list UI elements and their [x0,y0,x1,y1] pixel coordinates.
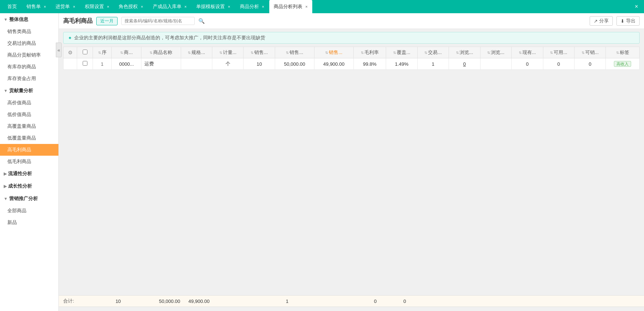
sidebar-item-traded-goods[interactable]: 交易过的商品 [0,37,58,49]
col-trade-count[interactable]: ⇅交易... [417,47,449,58]
col-checkbox[interactable] [77,47,93,58]
cell-tag: 高收入 [606,58,640,70]
search-button[interactable]: 🔍 [198,18,205,24]
sidebar-group-contribution[interactable]: ▼ 贡献量分析 [0,84,58,97]
sidebar-item-low-margin[interactable]: 低毛利商品 [0,156,58,167]
cell-sales-amount: 50,000.00 [275,58,314,70]
footer-values: 10 50,000.00 49,900.00 1 0 0 [82,299,420,304]
export-icon: ⬇ [620,18,625,24]
top-navigation: 首页 销售单 × 进货单 × 权限设置 × 角色授权 × 产成品入库单 × 单据… [0,0,644,13]
cell-name: 运费 [141,58,181,70]
close-icon[interactable]: × [305,4,307,9]
sidebar-item-sales-goods[interactable]: 销售类商品 [0,26,58,37]
col-unit[interactable]: ⇅计量... [212,47,244,58]
select-all-checkbox[interactable] [83,50,87,54]
col-current-stock[interactable]: ⇅现有... [512,47,543,58]
cell-views1[interactable]: 0 [449,58,480,70]
close-icon[interactable]: × [184,4,187,9]
share-icon: ↗ [594,18,598,24]
col-gross-rate[interactable]: ⇅毛利率 [353,47,386,58]
cell-checkbox[interactable] [77,58,93,70]
sidebar-item-high-coverage[interactable]: 高覆盖量商品 [0,120,58,132]
sidebar-item-high-value[interactable]: 高价值商品 [0,97,58,109]
col-sales-qty[interactable]: ⇅销售... [244,47,275,58]
sidebar-collapse-button[interactable]: « [56,43,62,57]
cell-unit: 个 [212,58,244,70]
sidebar-item-high-margin[interactable]: 高毛利商品 [0,144,58,156]
close-icon[interactable]: × [228,4,230,9]
col-saleable-stock[interactable]: ⇅可销... [574,47,605,58]
nav-tab-template[interactable]: 单据模板设置 × [192,0,234,13]
nav-tab-analysis[interactable]: 商品分析 × [235,0,269,13]
col-index: ⇅序 [93,47,111,58]
col-code[interactable]: ⇅商... [112,47,141,58]
sidebar-item-new-goods[interactable]: 新品 [0,217,58,228]
search-input[interactable] [121,17,195,25]
chevron-right-icon: ▶ [4,171,7,176]
sidebar-item-stocked-goods[interactable]: 有库存的商品 [0,61,58,73]
close-icon[interactable]: × [141,4,143,9]
sidebar: ▼ 整体信息 销售类商品 交易过的商品 商品分贡献销率 有库存的商品 库存资金占… [0,13,59,311]
col-tag[interactable]: ⇅标签 [606,47,640,58]
cell-settings [64,58,77,70]
row-checkbox[interactable] [83,61,87,66]
col-available-stock[interactable]: ⇅可用... [543,47,574,58]
cell-views2 [480,58,511,70]
cell-code: 0000... [112,58,141,70]
nav-tab-permission[interactable]: 权限设置 × [80,0,114,13]
close-icon[interactable]: × [44,4,46,9]
cell-saleable-stock: 0 [574,58,605,70]
footer-sales-profit: 49,900.00 [184,299,214,304]
col-coverage[interactable]: ⇅覆盖... [386,47,417,58]
horizontal-scrollbar[interactable] [59,307,644,311]
col-sales-profit[interactable]: ⇅销售... [314,47,353,58]
content-area: 高毛利商品 近一月 🔍 ↗ 分享 ⬇ 导出 ✦ 企业的主要的利润都是这部分商品创… [59,13,644,311]
sidebar-item-contribution-rate[interactable]: 商品分贡献销率 [0,49,58,61]
footer-sales-qty: 10 [82,299,155,304]
footer-summary: 合计: 10 50,000.00 49,900.00 1 0 0 [59,295,644,307]
col-settings[interactable]: ⚙ [64,47,77,58]
chevron-down-icon: ▼ [4,196,8,201]
sidebar-item-all-goods[interactable]: 全部商品 [0,205,58,217]
content-header: 高毛利商品 近一月 🔍 ↗ 分享 ⬇ 导出 [59,13,644,29]
sidebar-group-liquidity[interactable]: ▶ 流通性分析 [0,167,58,180]
filter-last-month-button[interactable]: 近一月 [96,17,118,25]
col-sales-amount[interactable]: ⇅销售... [275,47,314,58]
footer-spacer1 [214,299,273,304]
nav-tab-sales[interactable]: 销售单 × [22,0,50,13]
table-container: ⚙ ⇅序 ⇅商... ⇅商品名称 ⇅规格... ⇅计量... ⇅销售... ⇅销… [59,47,644,295]
sidebar-item-low-value[interactable]: 低价值商品 [0,109,58,120]
nav-tab-purchase[interactable]: 进货单 × [51,0,79,13]
sidebar-group-growth[interactable]: ▶ 成长性分析 [0,180,58,192]
nav-tab-product-in[interactable]: 产成品入库单 × [148,0,191,13]
export-button[interactable]: ⬇ 导出 [616,16,640,26]
main-layout: ▼ 整体信息 销售类商品 交易过的商品 商品分贡献销率 有库存的商品 库存资金占… [0,13,644,311]
table-row: 1 0000... 运费 个 10 50,000.00 49,900.00 99… [64,58,640,70]
nav-tab-home[interactable]: 首页 [3,0,21,13]
cell-coverage: 1.49% [386,58,417,70]
share-button[interactable]: ↗ 分享 [590,16,613,26]
nav-tab-analysis-list[interactable]: 商品分析列表 × [269,0,312,13]
close-all-button[interactable]: × [632,3,641,10]
sidebar-group-marketing[interactable]: ▼ 营销推广分析 [0,192,58,205]
sidebar-group-overall[interactable]: ▼ 整体信息 [0,13,58,26]
col-name[interactable]: ⇅商品名称 [141,47,181,58]
cell-spec [181,58,212,70]
cell-trade-count: 1 [417,58,449,70]
col-views2[interactable]: ⇅浏览... [480,47,511,58]
col-spec[interactable]: ⇅规格... [181,47,212,58]
info-banner: ✦ 企业的主要的利润都是这部分商品创造的，可考虑加大推广，同时关注库存是不要出现… [63,32,640,44]
footer-trade-count: 1 [273,299,302,304]
nav-tab-role[interactable]: 角色授权 × [114,0,147,13]
col-views1[interactable]: ⇅浏览... [449,47,480,58]
sidebar-item-low-coverage[interactable]: 低覆盖量商品 [0,132,58,144]
chevron-down-icon: ▼ [4,17,8,22]
close-icon[interactable]: × [73,4,75,9]
sidebar-item-inventory-capital[interactable]: 库存资金占用 [0,73,58,84]
cell-current-stock: 0 [512,58,543,70]
data-table: ⚙ ⇅序 ⇅商... ⇅商品名称 ⇅规格... ⇅计量... ⇅销售... ⇅销… [63,47,640,70]
close-icon[interactable]: × [107,4,109,9]
footer-current-stock: 0 [361,299,390,304]
close-icon[interactable]: × [262,4,264,9]
cell-sales-profit: 49,900.00 [314,58,353,70]
